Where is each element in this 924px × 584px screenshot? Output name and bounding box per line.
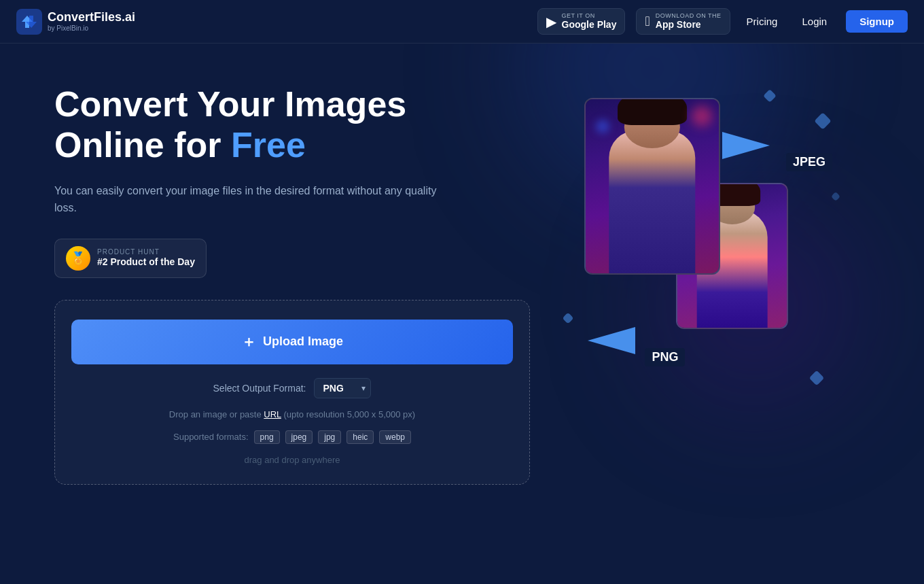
app-store-text: Download on the App Store — [656, 13, 722, 30]
logo-area: ConvertFiles.ai by PixelBin.io — [16, 9, 135, 35]
jpeg-label: JPEG — [786, 153, 832, 171]
decorative-shape-3 — [563, 313, 574, 324]
product-hunt-medal-icon: 🏅 — [66, 246, 90, 271]
format-select-wrapper: PNG JPEG JPG WEBP HEIC — [314, 378, 371, 398]
main-content: Convert Your Images Online for Free You … — [0, 44, 924, 512]
jpeg-arrow-icon — [715, 125, 783, 166]
google-play-text: GET IT ON Google Play — [562, 13, 617, 30]
logo-text: ConvertFiles.ai by PixelBin.io — [48, 11, 135, 32]
drop-info: Drop an image or paste URL (upto resolut… — [71, 409, 513, 419]
product-hunt-badge: 🏅 PRODUCT HUNT #2 Product of the Day — [54, 239, 207, 278]
decorative-shape-4 — [809, 371, 825, 386]
headline-accent: Free — [231, 125, 306, 165]
headline-line1: Convert Your Images — [54, 84, 406, 124]
png-label: PNG — [645, 348, 685, 366]
hero-image-card-main — [584, 98, 720, 275]
headline-line2-prefix: Online for — [54, 125, 231, 165]
drop-text-suffix: (upto resolution 5,000 x 5,000 px) — [281, 409, 415, 419]
supported-formats-label: Supported formats: — [173, 432, 249, 442]
plus-icon: ＋ — [241, 332, 256, 352]
upload-button[interactable]: ＋ Upload Image — [71, 320, 513, 364]
format-tag-webp: webp — [379, 430, 411, 444]
signup-button[interactable]: Signup — [846, 10, 908, 33]
logo-subtitle: by PixelBin.io — [48, 24, 135, 32]
left-panel: Convert Your Images Online for Free You … — [54, 84, 530, 485]
drag-drop-text: drag and drop anywhere — [71, 455, 513, 465]
login-button[interactable]: Login — [794, 10, 835, 33]
decorative-shape-5 — [831, 192, 840, 201]
google-play-name: Google Play — [562, 20, 617, 30]
jpeg-arrow-area: JPEG — [715, 125, 832, 171]
format-select-label: Select Output Format: — [213, 383, 306, 394]
app-store-button[interactable]:  Download on the App Store — [636, 8, 730, 35]
supported-formats: Supported formats: png jpeg jpg heic web… — [71, 430, 513, 444]
hero-visual: JPEG PNG — [557, 84, 842, 424]
upload-button-label: Upload Image — [263, 334, 343, 349]
upload-card: ＋ Upload Image Select Output Format: PNG… — [54, 300, 530, 485]
png-arrow-icon — [574, 320, 642, 361]
format-tag-heic: heic — [346, 430, 374, 444]
google-play-icon: ▶ — [546, 14, 556, 30]
headline: Convert Your Images Online for Free — [54, 84, 530, 166]
png-arrow-area: PNG — [574, 320, 685, 366]
navbar: ConvertFiles.ai by PixelBin.io ▶ GET IT … — [0, 0, 924, 44]
url-link[interactable]: URL — [264, 409, 281, 419]
decorative-shape-1 — [763, 89, 777, 103]
format-row: Select Output Format: PNG JPEG JPG WEBP … — [71, 378, 513, 398]
navbar-right: ▶ GET IT ON Google Play  Download on th… — [537, 8, 908, 35]
svg-marker-2 — [588, 327, 635, 354]
right-panel: JPEG PNG — [557, 84, 842, 424]
format-tag-jpeg: jpeg — [285, 430, 313, 444]
app-store-name: App Store — [656, 20, 722, 30]
logo-title: ConvertFiles.ai — [48, 11, 135, 24]
logo-icon — [16, 9, 42, 35]
product-hunt-text: PRODUCT HUNT #2 Product of the Day — [97, 248, 195, 268]
format-tag-png: png — [254, 430, 280, 444]
drop-text-prefix: Drop an image or paste — [169, 409, 264, 419]
format-tag-jpg: jpg — [318, 430, 341, 444]
hero-image-figure-main — [586, 99, 719, 273]
product-hunt-value: #2 Product of the Day — [97, 256, 195, 268]
google-play-button[interactable]: ▶ GET IT ON Google Play — [537, 8, 626, 35]
product-hunt-label: PRODUCT HUNT — [97, 248, 195, 256]
hero-subtext: You can easily convert your image files … — [54, 182, 448, 217]
apple-icon:  — [645, 14, 650, 29]
format-select[interactable]: PNG JPEG JPG WEBP HEIC — [314, 378, 371, 398]
pricing-link[interactable]: Pricing — [741, 16, 783, 27]
svg-marker-1 — [722, 132, 770, 159]
